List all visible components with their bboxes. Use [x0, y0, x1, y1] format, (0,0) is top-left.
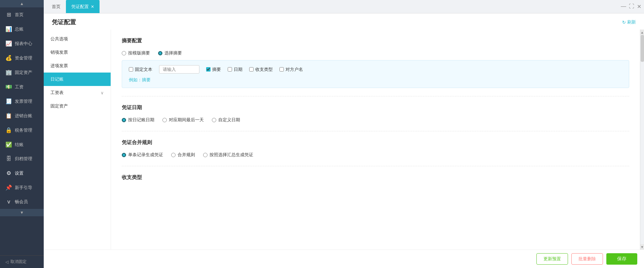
sidebar-item-home[interactable]: ⊞ 首页 — [0, 7, 44, 22]
sidebar-scroll-down[interactable]: ▼ — [0, 209, 44, 216]
left-nav-payroll-table[interactable]: 工资表 ∨ — [44, 86, 111, 99]
income-type-checkbox[interactable] — [249, 67, 254, 72]
summary-checkbox[interactable] — [206, 67, 211, 72]
select-summary-radio[interactable] — [158, 51, 162, 55]
archive-icon: 🗄 — [5, 156, 12, 162]
sidebar-scroll-up[interactable]: ▲ — [0, 0, 44, 7]
sidebar-item-label: 总账 — [15, 26, 24, 32]
custom-date-label: 自定义日期 — [218, 117, 240, 123]
content-area: 公共选项 销项发票 进项发票 日记账 工资表 ∨ 固定资产 摘要配置 — [44, 30, 644, 250]
close-tab-icon[interactable]: ✕ — [91, 4, 94, 9]
sidebar-item-label: 资金管理 — [15, 55, 32, 61]
merge-rules-option[interactable]: 合并规则 — [171, 152, 195, 158]
voucher-date-section: 凭证日期 按日记账日期 对应期间最后一天 自定义日期 — [122, 104, 629, 131]
sidebar-item-label: 归档管理 — [15, 156, 32, 162]
summary-options: 固定文本 摘要 日期 收支类型 — [129, 65, 622, 74]
select-merge-option[interactable]: 按照选择汇总生成凭证 — [203, 152, 253, 158]
sidebar-item-purchase-sales[interactable]: 📋 进销台账 — [0, 108, 44, 123]
sidebar-item-label: 工资 — [15, 84, 24, 90]
sidebar-item-label: 进销台账 — [15, 113, 32, 119]
sidebar-item-reports[interactable]: 📈 报表中心 — [0, 36, 44, 51]
guide-icon: 📌 — [5, 184, 12, 191]
summary-option[interactable]: 摘要 — [206, 66, 221, 73]
scroll-down-arrow[interactable]: ▼ — [640, 244, 644, 250]
left-nav-public[interactable]: 公共选项 — [44, 32, 111, 46]
window-close-icon[interactable]: ✕ — [637, 3, 641, 10]
summary-radio-group: 按模版摘要 选择摘要 — [122, 50, 629, 56]
left-nav-fixed-assets[interactable]: 固定资产 — [44, 99, 111, 113]
summary-title: 摘要配置 — [122, 38, 629, 44]
template-summary-radio[interactable] — [122, 51, 126, 55]
fixed-text-option[interactable]: 固定文本 — [129, 66, 152, 73]
scroll-thumb[interactable] — [641, 35, 644, 62]
single-record-option[interactable]: 单条记录生成凭证 — [122, 152, 163, 158]
sidebar-item-funds[interactable]: 💰 资金管理 — [0, 51, 44, 65]
sidebar-item-payroll[interactable]: 💵 工资 — [0, 80, 44, 94]
tab-home[interactable]: 首页 — [46, 0, 66, 13]
date-checkbox[interactable] — [228, 67, 232, 72]
sidebar-item-ledger[interactable]: 📊 总账 — [0, 22, 44, 36]
counterparty-option[interactable]: 对方户名 — [279, 66, 303, 73]
invoices-icon: 🧾 — [5, 98, 12, 104]
select-summary-option[interactable]: 选择摘要 — [158, 50, 182, 56]
left-nav-sales-invoice[interactable]: 销项发票 — [44, 46, 111, 59]
main-area: 首页 凭证配置 ✕ — ⛶ ✕ 凭证配置 ↻ 刷新 公共选项 销项发票 — [44, 0, 644, 268]
update-preview-button[interactable]: 更新预置 — [536, 253, 568, 265]
refresh-label: 刷新 — [627, 19, 636, 25]
fixed-text-checkbox[interactable] — [129, 67, 133, 72]
left-nav-payroll-table-label: 工资表 — [50, 90, 64, 96]
scroll-up-arrow[interactable]: ▲ — [640, 30, 644, 35]
summary-section: 摘要配置 按模版摘要 选择摘要 固定文本 — [122, 38, 629, 96]
funds-icon: 💰 — [5, 55, 12, 61]
bottom-bar: 更新预置 批量删除 保存 — [44, 250, 644, 268]
left-nav-journal[interactable]: 日记账 — [44, 73, 111, 86]
left-nav-sales-invoice-label: 销项发票 — [50, 49, 68, 55]
last-day-radio[interactable] — [162, 118, 167, 122]
pin-icon: ◁ — [5, 260, 8, 264]
batch-delete-button[interactable]: 批量删除 — [571, 253, 603, 265]
minimize-icon[interactable]: — — [621, 3, 626, 10]
voucher-date-radio-group: 按日记账日期 对应期间最后一天 自定义日期 — [122, 117, 629, 123]
refresh-button[interactable]: ↻ 刷新 — [622, 19, 636, 25]
by-journal-date-option[interactable]: 按日记账日期 — [122, 117, 154, 123]
tab-controls: — ⛶ ✕ — [621, 3, 641, 10]
counterparty-checkbox[interactable] — [279, 67, 284, 72]
date-label: 日期 — [234, 66, 242, 73]
merge-rules-radio[interactable] — [171, 153, 176, 157]
sidebar-item-member[interactable]: V 畅会员 — [0, 195, 44, 209]
tab-voucher-config-label: 凭证配置 — [71, 4, 89, 10]
template-summary-label: 按模版摘要 — [128, 50, 150, 56]
income-type-title: 收支类型 — [122, 174, 629, 181]
sidebar-item-archive[interactable]: 🗄 归档管理 — [0, 152, 44, 166]
sidebar-item-assets[interactable]: 🏢 固定资产 — [0, 65, 44, 80]
template-summary-option[interactable]: 按模版摘要 — [122, 50, 150, 56]
left-nav-public-label: 公共选项 — [50, 36, 68, 42]
sidebar-item-settings[interactable]: ⚙ 设置 — [0, 166, 44, 180]
by-journal-date-radio[interactable] — [122, 118, 126, 122]
summary-config-box: 固定文本 摘要 日期 收支类型 — [122, 60, 629, 88]
single-record-radio[interactable] — [122, 153, 126, 157]
summary-label: 摘要 — [212, 66, 221, 73]
ledger-icon: 📊 — [5, 26, 12, 32]
income-type-section: 收支类型 — [122, 174, 629, 195]
sidebar-item-guide[interactable]: 📌 新手引导 — [0, 180, 44, 195]
tab-voucher-config[interactable]: 凭证配置 ✕ — [66, 0, 100, 13]
date-option[interactable]: 日期 — [228, 66, 242, 73]
fixed-text-input[interactable] — [159, 65, 199, 74]
select-merge-radio[interactable] — [203, 153, 207, 157]
sidebar-item-label: 畅会员 — [15, 199, 28, 205]
merge-rules-title: 凭证合并规则 — [122, 139, 629, 146]
last-day-option[interactable]: 对应期间最后一天 — [162, 117, 204, 123]
custom-date-option[interactable]: 自定义日期 — [212, 117, 240, 123]
sidebar-item-tax[interactable]: 🔒 税务管理 — [0, 123, 44, 137]
income-type-option[interactable]: 收支类型 — [249, 66, 273, 73]
sidebar-item-close[interactable]: ✅ 结账 — [0, 137, 44, 152]
save-button[interactable]: 保存 — [606, 253, 637, 265]
left-nav-purchase-invoice[interactable]: 进项发票 — [44, 59, 111, 73]
maximize-icon[interactable]: ⛶ — [629, 3, 634, 10]
custom-date-radio[interactable] — [212, 118, 216, 122]
sidebar-item-invoices[interactable]: 🧾 发票管理 — [0, 94, 44, 108]
sidebar-item-label: 设置 — [15, 170, 24, 176]
select-merge-label: 按照选择汇总生成凭证 — [210, 152, 253, 158]
cancel-fixed-button[interactable]: ◁ 取消固定 — [0, 255, 44, 268]
